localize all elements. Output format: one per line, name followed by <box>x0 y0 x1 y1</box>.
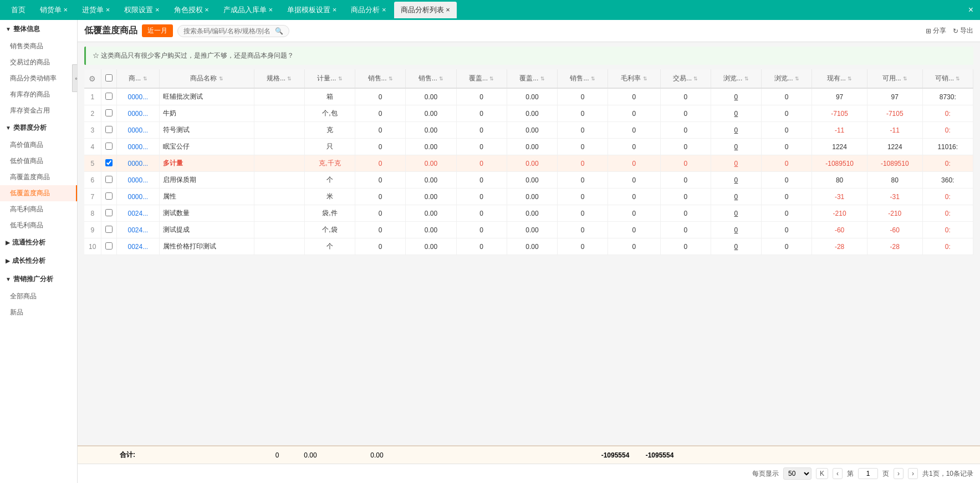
cell-no: 4 <box>84 139 101 155</box>
sidebar-item-low-coverage[interactable]: 低覆盖度商品 <box>0 185 77 201</box>
sidebar-item-inventory-capital[interactable]: 库存资金占用 <box>0 103 77 119</box>
nav-product-analysis[interactable]: 商品分析 × <box>344 2 392 18</box>
cell-checkbox[interactable] <box>101 238 116 255</box>
nav-product-analysis-list[interactable]: 商品分析列表 × <box>394 2 457 18</box>
col-coverage2-label: 覆盖... <box>519 74 538 82</box>
sidebar-section-marketing[interactable]: ▼ 营销推广分析 <box>0 270 77 288</box>
cell-browse1[interactable]: 0 <box>711 189 761 205</box>
cell-stock-saleable: 0: <box>922 189 973 205</box>
time-filter-button[interactable]: 近一月 <box>142 24 173 37</box>
sidebar-section-growth[interactable]: ▶ 成长性分析 <box>0 252 77 270</box>
cell-browse1[interactable]: 0 <box>711 88 761 105</box>
col-sales-qty[interactable]: 销售... ⇅ <box>355 69 406 88</box>
sidebar-item-all-products[interactable]: 全部商品 <box>0 288 77 304</box>
sidebar-item-stocked-products[interactable]: 有库存的商品 <box>0 87 77 103</box>
cell-browse1[interactable]: 0 <box>711 205 761 222</box>
col-settings[interactable]: ⚙ <box>84 69 101 88</box>
cell-stock-available: -11 <box>867 122 922 139</box>
table-container[interactable]: ⚙ 商... ⇅ 商品名称 ⇅ <box>78 69 980 445</box>
nav-product-warehouse[interactable]: 产成品入库单 × <box>217 2 279 18</box>
cell-browse1[interactable]: 0 <box>711 139 761 155</box>
table-footer-total: 合计: 0 0.00 0.00 -1095554 -1095554 <box>78 445 980 464</box>
sidebar-item-low-margin[interactable]: 低毛利商品 <box>0 217 77 233</box>
nav-purchase[interactable]: 进货单 × <box>75 2 116 18</box>
select-all-checkbox[interactable] <box>105 74 113 82</box>
cell-checkbox[interactable] <box>101 139 116 155</box>
col-code[interactable]: 商... ⇅ <box>116 69 160 88</box>
col-spec[interactable]: 规格... ⇅ <box>254 69 304 88</box>
col-sales3[interactable]: 销售... ⇅ <box>558 69 608 88</box>
cell-browse1[interactable]: 0 <box>711 238 761 255</box>
row-checkbox[interactable] <box>105 109 113 116</box>
page-size-select[interactable]: 50 100 200 <box>783 467 811 480</box>
row-checkbox[interactable] <box>105 176 113 183</box>
next-page-button[interactable]: › <box>894 468 904 479</box>
sidebar-item-high-coverage[interactable]: 高覆盖度商品 <box>0 169 77 185</box>
sidebar-item-category-rate[interactable]: 商品分类动销率 <box>0 70 77 87</box>
cell-browse1[interactable]: 0 <box>711 122 761 139</box>
sidebar-section-group[interactable]: ▼ 类群度分析 <box>0 119 77 137</box>
sidebar-section-liquidity[interactable]: ▶ 流通性分析 <box>0 233 77 252</box>
col-trade[interactable]: 交易... ⇅ <box>660 69 711 88</box>
sidebar-item-low-value[interactable]: 低价值商品 <box>0 153 77 169</box>
settings-icon[interactable]: ⚙ <box>89 74 96 83</box>
row-checkbox[interactable] <box>105 226 113 233</box>
cell-browse1[interactable]: 0 <box>711 105 761 122</box>
sidebar-item-new-products[interactable]: 新品 <box>0 304 77 321</box>
page-number-input[interactable] <box>858 468 878 479</box>
col-coverage2[interactable]: 覆盖... ⇅ <box>507 69 557 88</box>
col-stock-saleable[interactable]: 可销... ⇅ <box>922 69 973 88</box>
col-stock-current[interactable]: 现有... ⇅ <box>812 69 867 88</box>
col-coverage1[interactable]: 覆盖... ⇅ <box>456 69 507 88</box>
sidebar-item-traded-products[interactable]: 交易过的商品 <box>0 54 77 70</box>
cell-browse2: 0 <box>762 222 812 238</box>
last-page-button[interactable]: › <box>908 468 918 479</box>
cell-cov2: 0.00 <box>507 189 557 205</box>
col-browse2[interactable]: 浏览... ⇅ <box>762 69 812 88</box>
export-icon: ↻ <box>953 27 958 35</box>
sidebar-item-high-value[interactable]: 高价值商品 <box>0 137 77 153</box>
sidebar-item-sales-products[interactable]: 销售类商品 <box>0 38 77 54</box>
sidebar-collapse-button[interactable]: « <box>72 64 78 92</box>
col-browse1[interactable]: 浏览... ⇅ <box>711 69 761 88</box>
cell-browse1[interactable]: 0 <box>711 222 761 238</box>
cell-checkbox[interactable] <box>101 222 116 238</box>
col-unit[interactable]: 计量... ⇅ <box>304 69 355 88</box>
cell-checkbox[interactable] <box>101 88 116 105</box>
col-sales-amt[interactable]: 销售... ⇅ <box>406 69 456 88</box>
cell-checkbox[interactable] <box>101 172 116 189</box>
cell-checkbox[interactable] <box>101 189 116 205</box>
cell-margin: 0 <box>608 139 660 155</box>
nav-sales[interactable]: 销货单 × <box>33 2 74 18</box>
row-checkbox[interactable] <box>105 209 113 216</box>
col-name[interactable]: 商品名称 ⇅ <box>160 69 254 88</box>
sidebar-section-overall[interactable]: ▼ 整体信息 <box>0 20 77 38</box>
col-margin[interactable]: 毛利率 ⇅ <box>608 69 660 88</box>
cell-checkbox[interactable] <box>101 155 116 172</box>
row-checkbox[interactable] <box>105 159 113 166</box>
window-close-button[interactable]: × <box>968 5 973 15</box>
share-button[interactable]: ⊞ 分享 <box>926 26 946 35</box>
cell-checkbox[interactable] <box>101 205 116 222</box>
nav-role[interactable]: 角色授权 × <box>167 2 216 18</box>
cell-browse1[interactable]: 0 <box>711 155 761 172</box>
cell-checkbox[interactable] <box>101 122 116 139</box>
nav-permission[interactable]: 权限设置 × <box>118 2 166 18</box>
nav-home[interactable]: 首页 <box>4 2 32 18</box>
prev-page-button[interactable]: ‹ <box>833 468 843 479</box>
row-checkbox[interactable] <box>105 192 113 200</box>
row-checkbox[interactable] <box>105 93 113 100</box>
first-page-button[interactable]: K <box>816 468 828 479</box>
col-stock-available[interactable]: 可用... ⇅ <box>867 69 922 88</box>
col-checkbox[interactable] <box>101 69 116 88</box>
cell-checkbox[interactable] <box>101 105 116 122</box>
nav-template[interactable]: 单据模板设置 × <box>280 2 343 18</box>
row-checkbox[interactable] <box>105 143 113 150</box>
cell-browse2: 0 <box>762 172 812 189</box>
export-button[interactable]: ↻ 导出 <box>953 26 973 35</box>
sidebar-item-high-margin[interactable]: 高毛利商品 <box>0 201 77 217</box>
row-checkbox[interactable] <box>105 126 113 133</box>
row-checkbox[interactable] <box>105 242 113 250</box>
cell-browse1[interactable]: 0 <box>711 172 761 189</box>
search-input[interactable] <box>183 27 272 35</box>
